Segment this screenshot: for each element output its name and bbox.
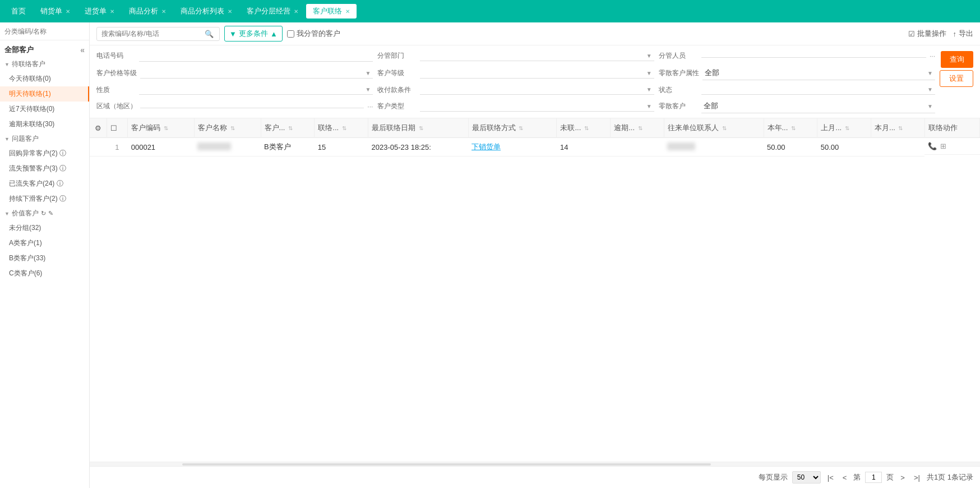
filter-customer-grade-select[interactable]: ▼	[420, 68, 654, 79]
sidebar-item-b-class[interactable]: B类客户(33)	[0, 251, 89, 266]
sidebar-search-area: 🔍	[0, 22, 89, 40]
nav-customer-contact[interactable]: 客户联络 ✕	[306, 4, 357, 19]
filter-row-1: 电话号码 分管部门 ▼ 分管人员	[96, 50, 935, 62]
sidebar-item-churned[interactable]: 已流失客户(24) ⓘ	[0, 176, 89, 191]
search-box: 🔍	[96, 27, 220, 41]
filter-region-dots-icon[interactable]: ···	[367, 103, 373, 111]
filter-region-label: 区域（地区）	[96, 102, 137, 111]
th-last-date[interactable]: 最后联络日期 ⇅	[368, 118, 468, 138]
th-last-month[interactable]: 上月... ⇅	[817, 118, 871, 138]
sidebar-search-input[interactable]	[4, 27, 89, 35]
th-this-year[interactable]: 本年... ⇅	[764, 118, 817, 138]
close-icon[interactable]: ✕	[294, 8, 298, 15]
th-contact2[interactable]: 往来单位联系人 ⇅	[664, 118, 764, 138]
close-icon[interactable]: ✕	[228, 8, 232, 15]
close-icon[interactable]: ✕	[161, 8, 166, 15]
filter-region-select[interactable]	[140, 104, 364, 108]
nav-product-list[interactable]: 商品分析列表 ✕	[174, 4, 239, 19]
sidebar-item-ungrouped[interactable]: 未分组(32)	[0, 220, 89, 236]
th-overdue[interactable]: 逾期... ⇅	[611, 118, 664, 138]
filter-retail-customer-select[interactable]: 全部 ▼	[701, 99, 935, 113]
sidebar-item-declining[interactable]: 持续下滑客户(2) ⓘ	[0, 191, 89, 206]
row-last-month: 50.00	[817, 138, 871, 156]
nav-customer-tier[interactable]: 客户分层经营 ✕	[240, 4, 305, 19]
filter-dept-select[interactable]: ▼	[420, 51, 654, 61]
sidebar-item-c-class[interactable]: C类客户(6)	[0, 266, 89, 281]
filter-customer-type-select[interactable]: ▼	[420, 102, 654, 112]
filter-nature: 性质 ▼	[96, 85, 373, 95]
th-last-method[interactable]: 最后联络方式 ⇅	[468, 118, 557, 138]
th-unlink-days[interactable]: 未联... ⇅	[557, 118, 611, 138]
nav-sales[interactable]: 销货单 ✕	[34, 4, 77, 19]
toolbar-right: ☑ 批量操作 ↑ 导出	[908, 29, 974, 39]
th-type[interactable]: 客户... ⇅	[261, 118, 315, 138]
search-input[interactable]	[101, 30, 202, 38]
sidebar-item-overdue[interactable]: 逾期未联络(30)	[0, 117, 89, 132]
scrollbar-track	[182, 463, 711, 466]
filter-customer-grade: 客户等级 ▼	[377, 68, 654, 79]
setting-button[interactable]: 设置	[940, 70, 973, 87]
last-page-button[interactable]: >|	[912, 472, 922, 483]
close-icon[interactable]: ✕	[345, 8, 350, 15]
my-customers-checkbox[interactable]	[287, 30, 294, 38]
filter-payment-select[interactable]: ▼	[420, 85, 654, 95]
action-phone-icon[interactable]: 📞	[928, 142, 937, 150]
collapse-icon[interactable]: «	[80, 45, 85, 54]
filter-nature-label: 性质	[96, 85, 136, 95]
chevron-down-icon: ▼	[927, 103, 933, 109]
first-page-button[interactable]: |<	[825, 472, 836, 483]
th-settings[interactable]: ⚙	[90, 118, 107, 138]
filter-dots-icon[interactable]: ···	[930, 52, 935, 60]
checkbox-icon: ☑	[908, 30, 915, 38]
prev-page-button[interactable]: <	[840, 472, 849, 483]
page-label: 第	[853, 472, 861, 482]
row-unlink-days: 14	[557, 138, 611, 156]
search-icon[interactable]: 🔍	[205, 30, 214, 38]
query-button[interactable]: 查询	[941, 51, 973, 68]
sidebar-item-7days[interactable]: 近7天待联络(0)	[0, 102, 89, 117]
chevron-down-icon: ▼	[365, 70, 371, 76]
my-customers-checkbox-label[interactable]: 我分管的客户	[287, 29, 340, 39]
th-this-month[interactable]: 本月... ⇅	[871, 118, 925, 138]
chevron-down-icon: ▼	[646, 103, 652, 109]
page-input[interactable]	[865, 472, 882, 483]
filter-button[interactable]: ▼ 更多条件 ▲	[224, 26, 283, 42]
filter-nature-select[interactable]: ▼	[139, 85, 373, 95]
sidebar-item-a-class[interactable]: A类客户(1)	[0, 236, 89, 251]
filter-row-2: 客户价格等级 ▼ 客户等级 ▼	[96, 66, 935, 80]
th-checkbox[interactable]: ☐	[107, 118, 128, 138]
filter-status-select[interactable]: ▼	[701, 85, 935, 95]
filter-manager-label: 分管人员	[659, 51, 698, 61]
export-button[interactable]: ↑ 导出	[953, 29, 974, 39]
sidebar-item-abnormal[interactable]: 回购异常客户(2) ⓘ	[0, 146, 89, 161]
sidebar-item-tomorrow[interactable]: 明天待联络(1)	[0, 86, 89, 102]
horizontal-scrollbar[interactable]	[90, 462, 980, 466]
th-name[interactable]: 客户名称 ⇅	[194, 118, 261, 138]
nav-product-analysis[interactable]: 商品分析 ✕	[122, 4, 173, 19]
th-code[interactable]: 客户编码 ⇅	[128, 118, 195, 138]
filter-retail-attr-select[interactable]: 全部 ▼	[702, 66, 935, 80]
per-page-select[interactable]: 50 100 200	[792, 471, 821, 484]
row-settings	[90, 138, 107, 156]
th-contact-count[interactable]: 联络... ⇅	[315, 118, 368, 138]
nav-purchase[interactable]: 进货单 ✕	[78, 4, 121, 19]
action-grid-icon[interactable]: ⊞	[940, 142, 946, 150]
filter-phone-input[interactable]	[139, 50, 373, 62]
sidebar-item-churn-warning[interactable]: 流失预警客户(3) ⓘ	[0, 161, 89, 176]
main-layout: 🔍 全部客户 « 待联络客户 今天待联络(0) 明天待联络(1) 近7天待联络(…	[0, 22, 980, 488]
close-icon[interactable]: ✕	[66, 8, 70, 15]
filter-price-grade-select[interactable]: ▼	[140, 68, 373, 79]
next-page-button[interactable]: >	[898, 472, 907, 483]
table-body: 1 000021 B类客户 15 2023-05-23 18:25: 下销货单 …	[90, 138, 980, 156]
refresh-icon[interactable]: ↻	[41, 210, 46, 217]
batch-operation-button[interactable]: ☑ 批量操作	[908, 29, 946, 39]
nav-home[interactable]: 首页	[4, 4, 33, 19]
filter-customer-grade-label: 客户等级	[377, 68, 417, 78]
edit-icon[interactable]: ✎	[48, 210, 53, 217]
sidebar-item-today[interactable]: 今天待联络(0)	[0, 71, 89, 86]
chevron-down-icon: ▼	[646, 86, 652, 93]
sidebar: 🔍 全部客户 « 待联络客户 今天待联络(0) 明天待联络(1) 近7天待联络(…	[0, 22, 90, 488]
close-icon[interactable]: ✕	[110, 8, 114, 15]
filter-manager-select[interactable]	[701, 54, 926, 58]
table-row: 1 000021 B类客户 15 2023-05-23 18:25: 下销货单 …	[90, 138, 980, 156]
